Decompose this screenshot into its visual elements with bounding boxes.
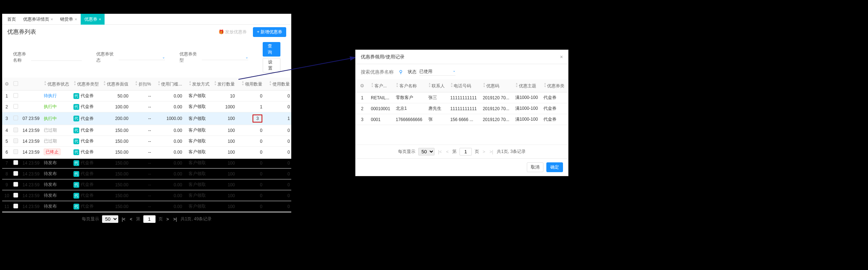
claim-qty[interactable]: 0 xyxy=(239,190,267,201)
table-row[interactable]: 6 14 23:59 已终止 代代金券 150.00 -- 0.00 客户领取 … xyxy=(2,147,291,158)
coupon-name-input[interactable] xyxy=(31,54,82,61)
cancel-button[interactable]: 取消 xyxy=(527,162,543,172)
last-page-icon[interactable]: >| xyxy=(173,217,178,222)
search-icon[interactable]: ⚲ xyxy=(399,69,403,75)
col-header[interactable]: 优惠券面值 xyxy=(107,82,128,87)
row-checkbox[interactable] xyxy=(13,93,18,98)
table-row[interactable]: 7 14 23:59 待发布 代代金券 150.00 -- 0.00 客户领取 … xyxy=(2,158,291,169)
close-icon[interactable]: × xyxy=(51,14,53,25)
sort-icon[interactable]: ▲▼ xyxy=(189,80,191,86)
claim-qty[interactable]: 0 xyxy=(239,158,267,169)
col-header[interactable]: 优惠券类型 xyxy=(77,82,99,87)
close-icon[interactable]: × xyxy=(99,14,101,25)
claim-qty[interactable]: 0 xyxy=(239,201,267,212)
sort-icon[interactable]: ▲▼ xyxy=(269,80,272,86)
row-checkbox[interactable] xyxy=(13,171,18,176)
query-button[interactable]: 查询 xyxy=(263,42,280,57)
claim-qty[interactable]: 0 xyxy=(239,169,267,179)
next-page-icon[interactable]: > xyxy=(166,217,170,222)
claim-qty[interactable]: 0 xyxy=(239,91,267,101)
sort-icon[interactable]: ▲▼ xyxy=(44,80,47,86)
col-header[interactable]: 优惠码 xyxy=(486,83,499,88)
col-header[interactable]: 发行数量 xyxy=(217,82,235,87)
first-page-icon[interactable]: |< xyxy=(437,149,443,154)
col-header[interactable]: 发放方式 xyxy=(192,82,209,87)
prev-page-icon[interactable]: < xyxy=(445,149,449,154)
checkbox-all[interactable] xyxy=(13,81,18,86)
table-row[interactable]: 5 14 23:59 已过期 代代金券 150.00 -- 0.00 客户领取 … xyxy=(2,136,291,147)
confirm-button[interactable]: 确定 xyxy=(546,162,563,172)
col-header[interactable]: 优惠主题 xyxy=(519,83,536,88)
claim-qty[interactable]: 0 xyxy=(239,125,267,136)
sort-icon[interactable]: ▲▼ xyxy=(73,80,76,86)
sort-icon[interactable]: ▲▼ xyxy=(135,80,138,86)
col-header[interactable]: 使用门槛... xyxy=(161,82,182,87)
claim-qty[interactable]: 0 xyxy=(239,136,267,147)
status-select[interactable]: ⌄ xyxy=(119,54,165,60)
table-row[interactable]: 1 RETAIL... 零散客户 张三 11111111111 2019120 … xyxy=(356,92,568,103)
sort-icon[interactable]: ▲▼ xyxy=(515,82,518,88)
col-header[interactable]: 使用数量 xyxy=(272,82,290,87)
table-row[interactable]: 3 0001 17666666666 张 156 6666 ... 201912… xyxy=(356,114,568,125)
row-checkbox[interactable] xyxy=(13,149,18,154)
page-number-input[interactable] xyxy=(143,215,156,223)
sort-icon[interactable]: ▲▼ xyxy=(214,80,217,86)
distribute-button[interactable]: 🎁发放优惠券 xyxy=(215,27,251,37)
tab-detail[interactable]: 优惠券详情页× xyxy=(20,14,56,25)
sort-icon[interactable]: ▲▼ xyxy=(450,82,453,88)
row-checkbox[interactable] xyxy=(13,204,18,208)
row-checkbox[interactable] xyxy=(13,138,18,143)
table-row[interactable]: 1 待执行 代代金券 50.00 -- 0.00 客户领取 10 0 0 ↗�⠶ xyxy=(2,91,291,101)
col-header[interactable]: 联系人 xyxy=(432,83,445,88)
row-checkbox[interactable] xyxy=(13,182,18,187)
claim-qty[interactable]: 1 xyxy=(239,101,267,112)
row-checkbox[interactable] xyxy=(13,160,18,165)
per-page-select[interactable]: 50 xyxy=(418,148,435,155)
status-select[interactable]: 已使用⌄ xyxy=(419,68,456,76)
per-page-select[interactable]: 50 xyxy=(102,215,118,223)
claim-qty[interactable]: 3 xyxy=(239,112,267,125)
table-row[interactable]: 3 07 23:59 执行中 代代金券 200.00 -- 1000.00 客户… xyxy=(2,112,291,125)
col-header[interactable]: 优惠券类 xyxy=(547,83,564,88)
close-icon[interactable]: × xyxy=(75,14,77,25)
sort-icon[interactable]: ▲▼ xyxy=(103,80,106,86)
claim-qty[interactable]: 0 xyxy=(239,179,267,190)
row-checkbox[interactable] xyxy=(13,193,18,198)
table-row[interactable]: 2 00010001 北京1 唐先生 11111111111 2019120 7… xyxy=(356,103,568,114)
sort-icon[interactable]: ▲▼ xyxy=(157,80,160,86)
row-checkbox[interactable] xyxy=(13,104,18,109)
page-number-input[interactable] xyxy=(460,148,472,155)
col-header[interactable]: 客户名称 xyxy=(399,83,417,88)
col-header[interactable]: 客户... xyxy=(374,83,387,88)
table-row[interactable]: 10 14 23:59 待发布 代代金券 150.00 -- 0.00 客户领取… xyxy=(2,190,291,201)
next-page-icon[interactable]: > xyxy=(482,149,486,154)
row-checkbox[interactable] xyxy=(13,128,18,132)
claim-qty[interactable]: 0 xyxy=(239,147,267,158)
type-select[interactable]: ⌄ xyxy=(202,54,248,60)
add-coupon-button[interactable]: +新增优惠券 xyxy=(253,27,286,37)
tab-home[interactable]: 首页 xyxy=(4,14,20,25)
sort-icon[interactable]: ▲▼ xyxy=(241,80,244,86)
sort-icon[interactable]: ▲▼ xyxy=(396,82,399,88)
search-input[interactable] xyxy=(361,69,397,75)
first-page-icon[interactable]: |< xyxy=(121,217,126,222)
table-row[interactable]: 2 执行中 代代金券 100.00 -- 0.00 客户领取 1000 1 0 … xyxy=(2,101,291,112)
prev-page-icon[interactable]: < xyxy=(129,217,133,222)
col-header[interactable]: 领用数量 xyxy=(245,82,262,87)
table-row[interactable]: 9 14 23:59 待发布 代代金券 150.00 -- 0.00 客户领取 … xyxy=(2,179,291,190)
col-header[interactable]: 折扣% xyxy=(139,82,151,87)
settings-button[interactable]: 设置 xyxy=(263,58,280,72)
close-icon[interactable]: × xyxy=(560,54,563,60)
sort-icon[interactable]: ▲▼ xyxy=(543,82,546,88)
sort-icon[interactable]: ▲▼ xyxy=(483,82,486,88)
sort-icon[interactable]: ▲▼ xyxy=(428,82,431,88)
sort-icon[interactable]: ▲▼ xyxy=(371,82,374,88)
claim-count-highlighted[interactable]: 3 xyxy=(253,115,262,122)
row-checkbox[interactable] xyxy=(13,116,18,120)
tab-coupon[interactable]: 优惠券× xyxy=(81,14,105,25)
table-row[interactable]: 8 14 23:59 待发布 代代金券 150.00 -- 0.00 客户领取 … xyxy=(2,169,291,179)
table-row[interactable]: 11 14 23:59 待发布 代代金券 150.00 -- 0.00 客户领取… xyxy=(2,201,291,212)
tab-sales[interactable]: 销货单× xyxy=(56,14,80,25)
col-header[interactable]: 电话号码 xyxy=(454,83,471,88)
gear-icon[interactable]: ⚙ xyxy=(5,81,9,87)
